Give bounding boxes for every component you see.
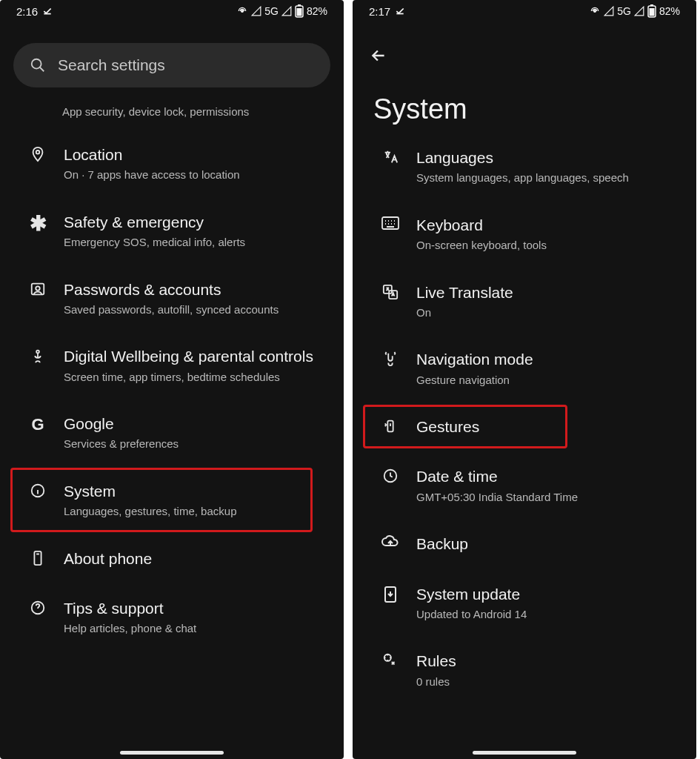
svg-point-7 [36, 286, 40, 291]
system-item-gestures[interactable]: Gestures [353, 402, 696, 451]
info-icon [28, 483, 47, 499]
back-button[interactable] [369, 46, 680, 65]
search-icon [30, 57, 46, 73]
svg-rect-10 [34, 551, 41, 565]
svg-rect-14 [650, 4, 653, 6]
partial-subtitle: App security, device lock, permissions [0, 101, 344, 130]
status-battery: 82% [307, 5, 327, 17]
item-subtitle: GMT+05:30 India Standard Time [416, 490, 578, 505]
item-title: System [64, 481, 236, 501]
check-icon [42, 6, 53, 16]
item-subtitle: Services & preferences [64, 437, 179, 451]
battery-icon [295, 4, 304, 18]
signal-icon [604, 6, 614, 16]
settings-item-tips[interactable]: Tips & support Help articles, phone & ch… [0, 583, 344, 651]
search-placeholder: Search settings [58, 56, 165, 74]
item-title: Location [64, 145, 240, 165]
update-icon [381, 586, 400, 603]
languages-icon [381, 149, 400, 165]
item-title: About phone [64, 548, 152, 569]
gestures-icon [381, 418, 400, 434]
check-icon [395, 6, 405, 16]
wellbeing-icon [28, 348, 47, 364]
system-item-navmode[interactable]: Navigation mode Gesture navigation [353, 334, 696, 402]
item-subtitle: Languages, gestures, time, backup [64, 504, 236, 519]
svg-rect-2 [298, 4, 301, 6]
settings-item-wellbeing[interactable]: Digital Wellbeing & parental controls Sc… [0, 331, 344, 399]
item-title: Tips & support [64, 598, 196, 618]
svg-rect-3 [296, 8, 301, 16]
nav-pill[interactable] [473, 751, 576, 755]
settings-item-location[interactable]: Location On · 7 apps have access to loca… [0, 130, 344, 197]
status-time: 2:16 [16, 5, 38, 18]
keyboard-icon [381, 216, 400, 230]
phone-left: 2:16 5G 82% Search settings App security… [0, 0, 344, 759]
backup-icon [381, 535, 400, 550]
item-title: Live Translate [416, 282, 513, 302]
item-title: Keyboard [416, 215, 547, 235]
item-title: Rules [416, 651, 456, 671]
svg-point-0 [241, 10, 244, 13]
system-item-update[interactable]: System update Updated to Android 14 [353, 569, 696, 637]
settings-item-system[interactable]: System Languages, gestures, time, backup [0, 466, 344, 534]
asterisk-icon: ✱ [28, 213, 47, 234]
svg-point-8 [36, 351, 39, 354]
item-title: Google [64, 414, 179, 434]
status-bar: 2:16 5G 82% [0, 0, 344, 21]
item-title: Date & time [416, 466, 578, 486]
system-item-keyboard[interactable]: Keyboard On-screen keyboard, tools [353, 200, 696, 268]
system-item-languages[interactable]: Languages System languages, app language… [353, 133, 696, 200]
item-subtitle: System languages, app languages, speech [416, 170, 629, 185]
item-subtitle: Screen time, app timers, bedtime schedul… [64, 370, 313, 385]
location-icon [28, 146, 47, 162]
status-time: 2:17 [369, 5, 390, 18]
item-title: Gestures [416, 417, 479, 437]
item-subtitle: Gesture navigation [416, 373, 533, 388]
help-icon [28, 600, 47, 616]
nav-pill[interactable] [120, 751, 224, 755]
search-settings[interactable]: Search settings [13, 43, 330, 87]
system-item-rules[interactable]: Rules 0 rules [353, 636, 696, 703]
item-subtitle: Updated to Android 14 [416, 607, 527, 622]
google-icon: G [28, 415, 47, 434]
battery-icon [647, 4, 656, 18]
item-title: Passwords & accounts [64, 279, 279, 299]
signal2-icon [281, 6, 292, 16]
rules-icon [381, 652, 400, 669]
settings-item-about[interactable]: About phone [0, 534, 344, 583]
clock-icon [381, 468, 400, 484]
settings-item-google[interactable]: G Google Services & preferences [0, 399, 344, 466]
item-title: Safety & emergency [64, 212, 245, 232]
settings-item-safety[interactable]: ✱ Safety & emergency Emergency SOS, medi… [0, 197, 344, 265]
system-item-backup[interactable]: Backup [353, 519, 696, 569]
signal-icon [251, 6, 261, 16]
item-subtitle: Emergency SOS, medical info, alerts [64, 235, 245, 250]
hotspot-icon [236, 5, 248, 17]
phone-icon [28, 550, 47, 566]
svg-point-5 [36, 150, 40, 154]
item-subtitle: Help articles, phone & chat [64, 621, 196, 636]
item-subtitle: Saved passwords, autofill, synced accoun… [64, 302, 279, 317]
svg-point-12 [594, 10, 596, 13]
page-title: System [353, 65, 696, 133]
system-item-datetime[interactable]: Date & time GMT+05:30 India Standard Tim… [353, 451, 696, 519]
translate-icon [381, 284, 400, 300]
account-icon [28, 281, 47, 297]
item-title: Backup [416, 534, 468, 554]
svg-rect-15 [649, 8, 654, 16]
system-item-translate[interactable]: Live Translate On [353, 268, 696, 335]
item-title: Navigation mode [416, 349, 533, 369]
settings-item-passwords[interactable]: Passwords & accounts Saved passwords, au… [0, 265, 344, 332]
item-title: Digital Wellbeing & parental controls [64, 346, 313, 366]
status-bar: 2:17 5G 82% [353, 0, 696, 21]
navmode-icon [381, 351, 400, 367]
item-subtitle: On · 7 apps have access to location [64, 168, 240, 182]
status-net: 5G [264, 5, 279, 17]
item-subtitle: On [416, 305, 513, 320]
item-subtitle: On-screen keyboard, tools [416, 238, 547, 253]
item-title: System update [416, 584, 527, 604]
hotspot-icon [589, 5, 601, 17]
signal2-icon [634, 6, 644, 16]
status-net: 5G [617, 5, 631, 17]
item-subtitle: 0 rules [416, 675, 456, 689]
